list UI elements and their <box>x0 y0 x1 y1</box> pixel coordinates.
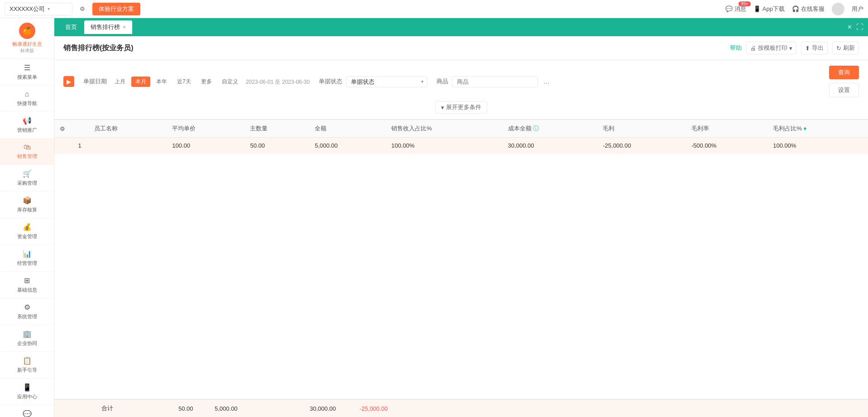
col-gross-rate: 毛利率 <box>686 120 768 138</box>
print-label: 按模板打印 <box>758 44 787 52</box>
logo-icon: 🍊 <box>19 23 35 39</box>
sidebar-item-inventory[interactable]: 📦 库存核算 <box>0 192 54 218</box>
goods-filter: 商品 ... <box>436 76 549 87</box>
goods-input[interactable] <box>452 76 538 87</box>
sidebar-item-guide[interactable]: 📋 新手引导 <box>0 352 54 379</box>
cell-qty: 50.00 <box>245 138 309 154</box>
date-tabs: 上月 本月 本年 近7天 更多 自定义 <box>110 77 242 87</box>
col-cost: 成本全额 ⓘ <box>503 120 598 138</box>
expand-label: 展开更多条件 <box>446 103 481 111</box>
export-button[interactable]: ⬆ 导出 <box>801 42 828 54</box>
message-btn[interactable]: 💬 消息 99+ <box>725 5 746 13</box>
close-icon[interactable]: × <box>123 24 126 30</box>
right-buttons: 查询 设置 <box>829 66 859 97</box>
status-select[interactable]: 单据状态 <box>346 76 427 87</box>
logo-area: 🍊 畅康通好生意 标准版 <box>0 18 54 59</box>
sidebar-item-label: 快捷导航 <box>17 100 37 107</box>
page-actions: 帮助 🖨 按模板打印 ▾ ⬆ 导出 ↻ 刷新 <box>730 42 859 54</box>
help-button[interactable]: 帮助 <box>730 44 742 52</box>
sidebar-item-finance[interactable]: 💰 资金管理 <box>0 218 54 245</box>
tab-bar: 首页 销售排行榜 × × ⛶ <box>54 18 868 36</box>
date-tab-last7[interactable]: 近7天 <box>173 77 195 87</box>
goods-ellipsis[interactable]: ... <box>543 77 549 86</box>
search-icon: ☰ <box>24 63 30 72</box>
tab-home[interactable]: 首页 <box>59 20 83 34</box>
sidebar-item-label: 新手引导 <box>17 367 37 374</box>
app-download-icon: 📱 <box>753 5 761 12</box>
refresh-button[interactable]: ↻ 刷新 <box>832 42 859 54</box>
date-label: 单据日期 <box>83 77 107 86</box>
sidebar-item-sales[interactable]: 🛍 销售管理 <box>0 139 54 165</box>
date-tab-this-month[interactable]: 本月 <box>131 77 150 87</box>
date-tab-this-year[interactable]: 本年 <box>152 77 171 87</box>
home-icon: ⌂ <box>25 90 29 98</box>
company-selector[interactable]: XXXXXX公司 ▾ <box>5 3 72 15</box>
col-qty: 主数量 <box>245 120 309 138</box>
filter-toggle-btn[interactable]: ▶ <box>63 76 74 87</box>
fullscreen-icon[interactable]: ⛶ <box>856 23 863 31</box>
sidebar-item-label: 经营管理 <box>17 260 37 267</box>
data-table: ⚙ 员工名称 平均单价 主数量 全额 销售收入占比% 成本全额 ⓘ 毛利 <box>54 120 868 154</box>
cell-gross-pct: 100.00% <box>767 138 868 154</box>
window-close-icon[interactable]: × <box>848 23 852 31</box>
sidebar-item-wechat[interactable]: 💬 企业微信 <box>0 405 54 417</box>
cell-sales-pct: 100.00% <box>386 138 502 154</box>
cell-rank: 1 <box>71 138 89 154</box>
status-label: 单据状态 <box>319 77 342 86</box>
goods-label: 商品 <box>436 77 448 86</box>
sidebar-item-purchase[interactable]: 🛒 采购管理 <box>0 165 54 192</box>
sidebar-item-label: 营销推广 <box>17 127 37 134</box>
sidebar-item-operations[interactable]: 📊 经营管理 <box>0 245 54 272</box>
sidebar-item-label: 搜索菜单 <box>17 74 37 81</box>
wechat-icon: 💬 <box>23 410 32 417</box>
sidebar-item-search[interactable]: ☰ 搜索菜单 <box>0 59 54 86</box>
user-name[interactable]: 用户 <box>852 5 863 13</box>
expand-filters-btn[interactable]: ▾ 展开更多条件 <box>435 101 487 114</box>
trial-button[interactable]: 体验行业方案 <box>92 3 140 15</box>
filter-area: ▶ 单据日期 上月 本月 本年 近7天 更多 自定义 2023-06-01 至 … <box>54 60 868 120</box>
avatar[interactable] <box>832 3 844 15</box>
col-gross-pct: 毛利占比% ♦ <box>767 120 868 138</box>
query-button[interactable]: 查询 <box>829 66 859 79</box>
purchase-icon: 🛒 <box>23 169 32 178</box>
online-service-btn[interactable]: 🎧 在线客服 <box>792 5 825 13</box>
message-icon: 💬 <box>725 5 733 12</box>
sidebar-item-system[interactable]: ⚙ 系统管理 <box>0 298 54 325</box>
date-tab-prev-month[interactable]: 上月 <box>110 77 129 87</box>
sidebar-item-quick-nav[interactable]: ⌂ 快捷导航 <box>0 86 54 112</box>
date-filter: 单据日期 上月 本月 本年 近7天 更多 自定义 2023-06-01 至 20… <box>83 77 310 87</box>
sidebar-item-label: 基础信息 <box>17 287 37 293</box>
sidebar-item-appstore[interactable]: 📱 应用中心 <box>0 379 54 405</box>
sidebar-item-basic[interactable]: ⊞ 基础信息 <box>0 272 54 298</box>
tab-home-label: 首页 <box>65 23 77 31</box>
cell-amount: 5,000.00 <box>309 138 386 154</box>
filter-row: ▶ 单据日期 上月 本月 本年 近7天 更多 自定义 2023-06-01 至 … <box>63 66 859 97</box>
main-layout: 🍊 畅康通好生意 标准版 ☰ 搜索菜单 ⌂ 快捷导航 📢 营销推广 🛍 销售管理… <box>0 18 868 417</box>
table-row: 1 100.00 50.00 5,000.00 100.00% 30,000.0… <box>54 138 868 154</box>
col-sales-pct: 销售收入占比% <box>386 120 502 138</box>
col-amount: 全额 <box>309 120 386 138</box>
sidebar-item-enterprise[interactable]: 🏢 企业协同 <box>0 325 54 352</box>
tab-sales-rank[interactable]: 销售排行榜 × <box>84 20 132 34</box>
status-select-wrapper: 单据状态 <box>346 76 427 87</box>
cell-cost: 30,000.00 <box>503 138 598 154</box>
settings-icon[interactable]: ⚙ <box>76 3 89 15</box>
col-settings[interactable]: ⚙ <box>54 120 71 138</box>
sidebar-item-marketing[interactable]: 📢 营销推广 <box>0 112 54 139</box>
sidebar-item-label: 库存核算 <box>17 206 37 213</box>
footer-label: 合计 <box>96 404 132 412</box>
sidebar-item-label: 系统管理 <box>17 313 37 320</box>
app-download-label: App下载 <box>762 5 785 13</box>
appstore-icon: 📱 <box>23 383 32 392</box>
date-tab-more[interactable]: 更多 <box>197 77 216 87</box>
gross-pct-info-icon[interactable]: ♦ <box>803 125 806 132</box>
settings-button[interactable]: 设置 <box>829 83 859 97</box>
enterprise-icon: 🏢 <box>23 330 32 338</box>
col-gross: 毛利 <box>597 120 686 138</box>
app-download-btn[interactable]: 📱 App下载 <box>753 5 785 13</box>
cost-info-icon[interactable]: ⓘ <box>533 125 539 132</box>
date-tab-custom[interactable]: 自定义 <box>218 77 242 87</box>
print-button[interactable]: 🖨 按模板打印 ▾ <box>746 42 796 54</box>
refresh-icon: ↻ <box>836 45 841 52</box>
sidebar-item-label: 采购管理 <box>17 180 37 187</box>
